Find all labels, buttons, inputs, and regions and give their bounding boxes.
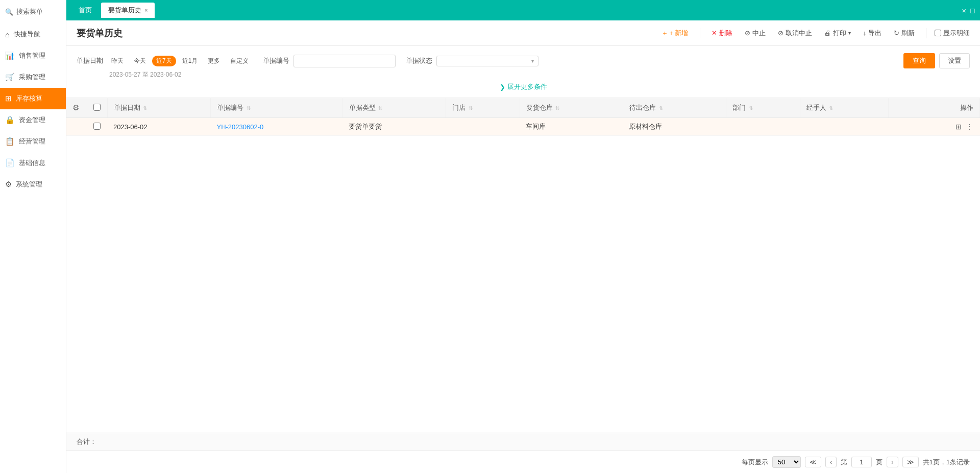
cancel-stop-icon: ⊘ xyxy=(778,29,783,37)
td-handler xyxy=(800,118,888,136)
date-pill-custom[interactable]: 自定义 xyxy=(226,56,253,66)
divider-1 xyxy=(700,28,700,38)
query-button[interactable]: 查询 xyxy=(903,53,935,68)
delete-button[interactable]: ✕ 删除 xyxy=(708,27,736,40)
total-info: 共1页，1条记录 xyxy=(923,458,970,467)
tab-requisition-history[interactable]: 要货单历史 × xyxy=(101,3,155,18)
sidebar-item-inventory[interactable]: ⊞ 库存核算 xyxy=(0,88,66,109)
td-pending-warehouse: 原材料仓库 xyxy=(623,118,726,136)
doc-status-select[interactable]: ▾ xyxy=(436,56,538,66)
tab-close-icon[interactable]: × xyxy=(144,7,148,13)
sidebar-item-label: 库存核算 xyxy=(16,94,42,103)
row-checkbox[interactable] xyxy=(93,123,101,130)
window-minimize-button[interactable]: □ xyxy=(970,6,975,15)
refresh-button[interactable]: ↻ 刷新 xyxy=(891,27,918,40)
stop-button[interactable]: ⊘ 中止 xyxy=(742,27,769,40)
sidebar-item-system[interactable]: ⚙ 系统管理 xyxy=(0,174,66,195)
table-header-row: ⚙ 单据日期 ⇅ 单据编号 ⇅ 单据类型 ⇅ xyxy=(66,98,980,118)
select-all-checkbox[interactable] xyxy=(93,104,101,111)
export-button[interactable]: ↓ 导出 xyxy=(860,27,885,40)
sales-icon: 📊 xyxy=(5,51,15,60)
doc-number-input[interactable] xyxy=(293,55,396,67)
more-action-icon[interactable]: ⋮ xyxy=(966,123,973,131)
settings-button[interactable]: 设置 xyxy=(939,53,970,68)
pagination-bar: 每页显示 10 20 50 100 ≪ ‹ 第 页 › ≫ 共1页，1条记录 xyxy=(66,451,980,473)
th-store-label: 门店 xyxy=(452,104,465,111)
sidebar-item-quick-nav[interactable]: ⌂ 快捷导航 xyxy=(0,23,66,45)
view-action-icon[interactable]: ⊞ xyxy=(955,123,962,131)
th-department: 部门 ⇅ xyxy=(726,98,800,118)
system-icon: ⚙ xyxy=(5,180,12,189)
th-doc-type-label: 单据类型 xyxy=(349,104,376,111)
doc-date-value: 2023-06-02 xyxy=(113,123,148,131)
print-button[interactable]: 🖨 打印 ▾ xyxy=(821,27,854,40)
pending-warehouse-value: 原材料仓库 xyxy=(629,123,662,130)
date-pill-1month[interactable]: 近1月 xyxy=(178,56,202,66)
sort-icon-handler[interactable]: ⇅ xyxy=(829,105,833,111)
chevron-down-icon: ▾ xyxy=(531,58,534,64)
divider-2 xyxy=(926,28,926,38)
th-req-warehouse: 要货仓库 ⇅ xyxy=(520,98,623,118)
req-warehouse-value: 车间库 xyxy=(526,123,546,130)
tab-home-label: 首页 xyxy=(79,6,92,15)
td-checkbox xyxy=(87,118,107,136)
page-suffix: 页 xyxy=(876,458,883,467)
sidebar-item-operation[interactable]: 📋 经营管理 xyxy=(0,131,66,152)
sort-icon-req-warehouse[interactable]: ⇅ xyxy=(555,105,559,111)
sidebar-item-sales[interactable]: 📊 销售管理 xyxy=(0,45,66,66)
sidebar-item-finance[interactable]: 🔒 资金管理 xyxy=(0,109,66,131)
page-size-label: 每页显示 xyxy=(742,458,768,467)
summary-label: 合计： xyxy=(77,437,96,446)
sort-icon-doc-date[interactable]: ⇅ xyxy=(143,105,147,111)
expand-more-button[interactable]: ❯ 展开更多条件 xyxy=(500,82,547,91)
purchase-icon: 🛒 xyxy=(5,73,15,82)
sidebar-item-label: 基础信息 xyxy=(19,158,45,168)
sidebar-item-purchase[interactable]: 🛒 采购管理 xyxy=(0,66,66,88)
date-pill-yesterday[interactable]: 昨天 xyxy=(107,56,128,66)
sidebar-item-label: 采购管理 xyxy=(19,73,45,82)
show-detail-checkbox[interactable] xyxy=(935,30,941,36)
inventory-icon: ⊞ xyxy=(5,94,12,103)
first-page-button[interactable]: ≪ xyxy=(805,457,821,467)
prev-page-button[interactable]: ‹ xyxy=(825,457,837,467)
sidebar: 🔍 搜索菜单 ⌂ 快捷导航 📊 销售管理 🛒 采购管理 ⊞ 库存核算 🔒 资金管… xyxy=(0,0,66,473)
cancel-stop-button[interactable]: ⊘ 取消中止 xyxy=(775,27,815,40)
sort-icon-doc-type[interactable]: ⇅ xyxy=(378,105,382,111)
date-range-text: 2023-05-27 至 2023-06-02 xyxy=(109,71,181,78)
sidebar-item-label: 销售管理 xyxy=(19,51,45,60)
tab-home[interactable]: 首页 xyxy=(71,3,99,18)
date-pill-more[interactable]: 更多 xyxy=(204,56,224,66)
sidebar-search[interactable]: 🔍 搜索菜单 xyxy=(0,0,66,23)
date-pill-7days[interactable]: 近7天 xyxy=(152,56,176,66)
sidebar-item-basic[interactable]: 📄 基础信息 xyxy=(0,152,66,174)
doc-number-filter-group: 单据编号 xyxy=(263,55,396,67)
doc-number-label: 单据编号 xyxy=(263,56,289,65)
chevron-down-icon: ❯ xyxy=(500,83,505,91)
next-page-button[interactable]: › xyxy=(887,457,898,467)
th-actions: 操作 xyxy=(889,98,980,118)
date-pill-today[interactable]: 今天 xyxy=(130,56,150,66)
th-pending-warehouse-label: 待出仓库 xyxy=(629,104,656,111)
last-page-button[interactable]: ≫ xyxy=(902,457,919,467)
th-department-label: 部门 xyxy=(732,104,746,111)
show-detail-label: 显示明细 xyxy=(935,29,970,38)
td-doc-number: YH-20230602-0 xyxy=(210,118,342,136)
page-number-input[interactable] xyxy=(851,457,872,467)
doc-number-link[interactable]: YH-20230602-0 xyxy=(216,123,263,131)
header-actions: ＋ + 新增 ✕ 删除 ⊘ 中止 ⊘ 取消中止 🖨 打印 ▾ ↓ xyxy=(658,27,970,40)
table-setting-button[interactable]: ⚙ xyxy=(72,103,79,112)
sort-icon-store[interactable]: ⇅ xyxy=(469,105,473,111)
th-doc-number-label: 单据编号 xyxy=(217,104,243,111)
sort-icon-department[interactable]: ⇅ xyxy=(749,105,753,111)
print-dropdown-icon: ▾ xyxy=(848,30,851,36)
page-size-select[interactable]: 10 20 50 100 xyxy=(772,456,801,468)
sort-icon-doc-number[interactable]: ⇅ xyxy=(247,105,251,111)
window-close-button[interactable]: × xyxy=(962,6,966,15)
th-store: 门店 ⇅ xyxy=(446,98,520,118)
topbar: 首页 要货单历史 × × □ xyxy=(66,0,980,20)
doc-type-value: 要货单要货 xyxy=(349,123,382,130)
new-button[interactable]: ＋ + 新增 xyxy=(658,27,691,40)
export-icon: ↓ xyxy=(863,29,867,37)
sidebar-item-label: 经营管理 xyxy=(19,137,45,146)
sort-icon-pending-warehouse[interactable]: ⇅ xyxy=(659,105,663,111)
